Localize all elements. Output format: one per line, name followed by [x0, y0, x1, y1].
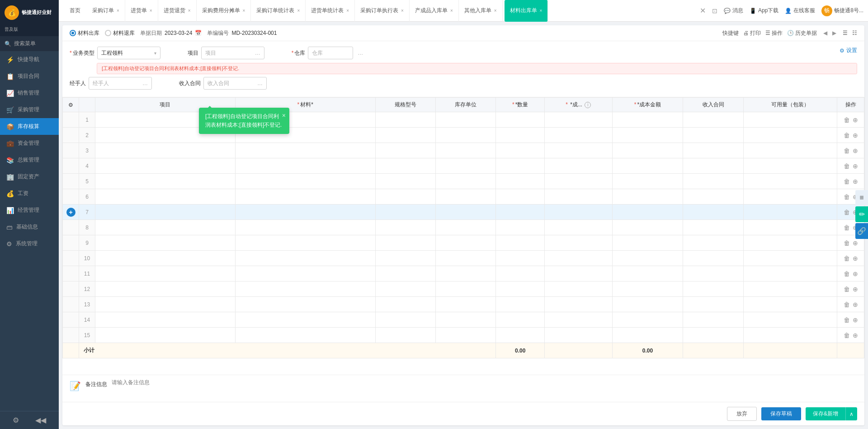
operations-btn[interactable]: ☰ 操作 — [765, 29, 783, 37]
income-contract-cell[interactable] — [683, 112, 743, 128]
available-cell[interactable] — [743, 297, 837, 312]
business-type-input[interactable]: 工程领料 ▾ — [97, 47, 160, 59]
sidebar-item-ledger[interactable]: 📚 总账管理 — [0, 152, 59, 168]
income-contract-cell[interactable] — [683, 205, 743, 220]
delete-row-btn[interactable]: 🗑 — [844, 209, 850, 216]
sidebar-item-inventory[interactable]: 📦 库存核算 — [0, 118, 59, 135]
cost-price-cell[interactable] — [544, 328, 612, 343]
available-cell[interactable] — [743, 128, 837, 143]
income-contract-cell[interactable] — [683, 158, 743, 174]
add-row-btn[interactable]: + — [66, 208, 75, 217]
cost-amount-cell[interactable] — [612, 281, 683, 297]
material-cell[interactable] — [235, 251, 375, 266]
settings-btn[interactable]: ⚙ 设置 — [840, 47, 857, 54]
project-cell[interactable] — [95, 220, 236, 235]
quantity-cell[interactable] — [496, 297, 544, 312]
spec-cell[interactable] — [375, 235, 435, 251]
available-cell[interactable] — [743, 143, 837, 158]
project-cell[interactable] — [95, 328, 236, 343]
project-cell[interactable] — [95, 297, 236, 312]
material-cell[interactable] — [235, 174, 375, 189]
close-goods-in-return[interactable]: × — [188, 8, 191, 13]
row-settings-cell[interactable] — [63, 328, 79, 343]
sidebar-item-purchase[interactable]: 🛒 采购管理 — [0, 101, 59, 118]
spec-cell[interactable] — [375, 174, 435, 189]
income-contract-cell[interactable] — [683, 297, 743, 312]
side-tool-2[interactable]: ✏ — [855, 206, 868, 222]
available-cell[interactable] — [743, 312, 837, 328]
delete-row-btn[interactable]: 🗑 — [844, 332, 850, 339]
available-cell[interactable] — [743, 328, 837, 343]
copy-row-btn[interactable]: ⊕ — [853, 316, 858, 324]
income-contract-cell[interactable] — [683, 251, 743, 266]
col-settings-header[interactable]: ⚙ — [63, 98, 79, 112]
spec-cell[interactable] — [375, 328, 435, 343]
available-cell[interactable] — [743, 112, 837, 128]
close-window-btn[interactable]: ✕ — [700, 6, 706, 15]
income-contract-cell[interactable] — [683, 189, 743, 205]
quantity-cell[interactable] — [496, 235, 544, 251]
income-contract-cell[interactable] — [683, 312, 743, 328]
table-row[interactable]: 12 🗑 ⊕ — [63, 281, 864, 297]
quantity-cell[interactable] — [496, 205, 544, 220]
delete-row-btn[interactable]: 🗑 — [844, 132, 850, 139]
row-settings-cell[interactable] — [63, 158, 79, 174]
quantity-cell[interactable] — [496, 251, 544, 266]
tab-finished-goods[interactable]: 产成品入库单 × — [410, 0, 459, 22]
material-cell[interactable] — [235, 297, 375, 312]
cost-price-cell[interactable] — [544, 312, 612, 328]
available-cell[interactable] — [743, 235, 837, 251]
row-settings-cell[interactable] — [63, 297, 79, 312]
save-draft-button[interactable]: 保存草稿 — [761, 407, 801, 420]
sidebar-search[interactable]: 🔍 搜索菜单 — [0, 36, 59, 51]
tooltip-close-btn[interactable]: × — [282, 110, 286, 120]
row-settings-cell[interactable]: + — [63, 205, 79, 220]
copy-row-btn[interactable]: ⊕ — [853, 239, 858, 247]
spec-cell[interactable] — [375, 205, 435, 220]
material-cell[interactable] — [235, 220, 375, 235]
app-download-btn[interactable]: 📱 App下载 — [750, 7, 778, 14]
copy-row-btn[interactable]: ⊕ — [853, 286, 858, 293]
quantity-cell[interactable] — [496, 281, 544, 297]
spec-cell[interactable] — [375, 189, 435, 205]
spec-cell[interactable] — [375, 251, 435, 266]
sn-value[interactable]: MD-20230324-001 — [231, 30, 277, 36]
table-row[interactable]: + 7 🗑 ⊕ — [63, 205, 864, 220]
material-cell[interactable] — [235, 205, 375, 220]
table-row[interactable]: 11 🗑 ⊕ — [63, 266, 864, 281]
save-new-button[interactable]: 保存&新增 — [806, 407, 845, 420]
close-material-out[interactable]: × — [540, 8, 542, 13]
income-contract-cell[interactable] — [683, 235, 743, 251]
sidebar-item-salary[interactable]: 💰 工资 — [0, 185, 59, 202]
project-cell[interactable] — [95, 281, 236, 297]
cost-price-cell[interactable] — [544, 235, 612, 251]
warehouse-unit-cell[interactable] — [436, 266, 496, 281]
copy-row-btn[interactable]: ⊕ — [853, 132, 858, 139]
close-purchase-expense[interactable]: × — [243, 8, 245, 13]
copy-row-btn[interactable]: ⊕ — [853, 147, 858, 154]
material-cell[interactable] — [235, 235, 375, 251]
row-settings-cell[interactable] — [63, 251, 79, 266]
cost-amount-cell[interactable] — [612, 328, 683, 343]
cost-amount-cell[interactable] — [612, 312, 683, 328]
cost-price-cell[interactable] — [544, 220, 612, 235]
quantity-cell[interactable] — [496, 312, 544, 328]
warehouse-unit-cell[interactable] — [436, 251, 496, 266]
detail-view-btn[interactable]: ☷ — [852, 30, 857, 36]
copy-row-btn[interactable]: ⊕ — [853, 162, 858, 170]
close-purchase-order[interactable]: × — [117, 8, 119, 13]
table-row[interactable]: 2 🗑 ⊕ — [63, 128, 864, 143]
cost-amount-cell[interactable] — [612, 235, 683, 251]
table-row[interactable]: 3 🗑 ⊕ — [63, 143, 864, 158]
cost-price-cell[interactable] — [544, 251, 612, 266]
available-cell[interactable] — [743, 205, 837, 220]
delete-row-btn[interactable]: 🗑 — [844, 316, 850, 324]
cost-amount-cell[interactable] — [612, 128, 683, 143]
list-view-btn[interactable]: ☰ — [843, 30, 848, 36]
radio-material-return[interactable]: 材料退库 — [105, 29, 135, 37]
income-contract-input[interactable]: 收入合同 … — [203, 77, 267, 90]
available-cell[interactable] — [743, 158, 837, 174]
warehouse-unit-cell[interactable] — [436, 128, 496, 143]
available-cell[interactable] — [743, 266, 837, 281]
close-goods-in-stat[interactable]: × — [346, 8, 349, 13]
